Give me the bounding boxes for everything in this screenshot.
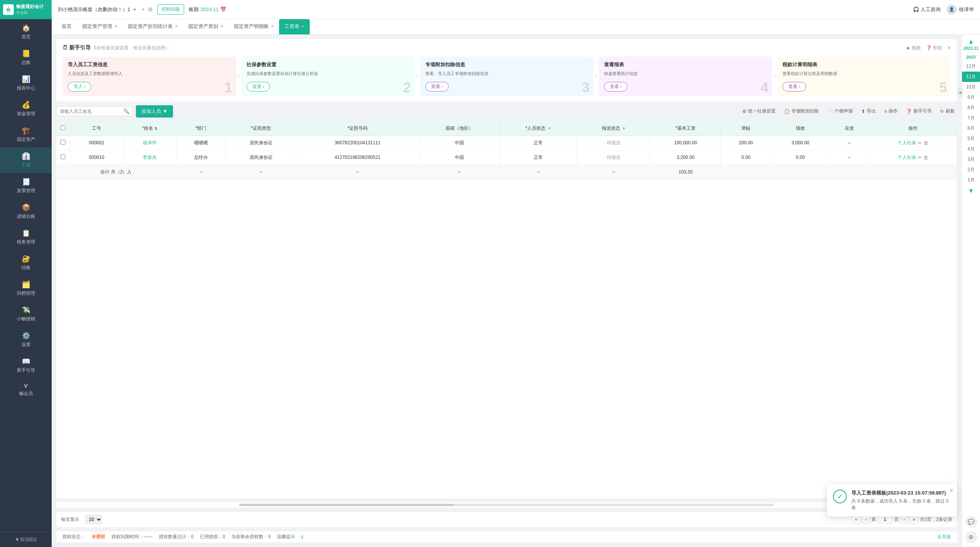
side-settings-icon[interactable]: ⚙ (965, 531, 977, 543)
first-page-button[interactable]: « (852, 515, 861, 524)
calendar-month-6[interactable]: 6月 (962, 123, 980, 134)
th-status[interactable]: *人员状态 ▼ (500, 121, 577, 136)
horizontal-scrollbar[interactable] (56, 502, 957, 508)
th-performance: 绩效 (771, 121, 830, 136)
refresh-button[interactable]: ↻ 刷新 (938, 106, 957, 116)
sidebar-item-inventory[interactable]: 📦 进销台账 (0, 199, 52, 224)
deductions-button[interactable]: 📋 专项附加扣除 (782, 106, 821, 116)
calendar-month-9[interactable]: 9月 (962, 92, 980, 103)
sidebar-item-invoicing[interactable]: 🧾 发票管理 (0, 173, 52, 199)
prev-page-button[interactable]: ‹ (862, 515, 870, 524)
notification-desc: 共 9 条数据，成功导入 9 条，失败 0 条，跳过 0 条 (851, 498, 951, 511)
step-2-title: 社保参数设置 (247, 61, 410, 68)
tab-close-icon[interactable]: × (175, 24, 178, 29)
sidebar-item-expense[interactable]: 💸 小畅报销 (0, 301, 52, 327)
step-3-button[interactable]: 查看 › (425, 82, 449, 91)
select-all-checkbox[interactable] (60, 125, 65, 130)
account-settings-icon[interactable]: ⚙ (148, 6, 153, 13)
tab-close-icon[interactable]: × (302, 24, 304, 29)
guide-close-button[interactable]: × (947, 44, 951, 51)
sidebar-item-guide[interactable]: 📖 新手引导 (0, 353, 52, 378)
tab-fixed-assets-depreciation[interactable]: 固定资产折旧统计表 × (122, 19, 183, 34)
row-checkbox[interactable] (60, 140, 65, 145)
tab-home[interactable]: 首页 (56, 19, 77, 34)
calendar-month-8[interactable]: 8月 (962, 103, 980, 113)
panel-toggle-button[interactable]: ◀ (957, 88, 963, 97)
search-input[interactable] (60, 109, 121, 114)
tab-close-icon[interactable]: × (114, 24, 117, 29)
search-input-wrap[interactable]: 🔍 (56, 106, 133, 116)
th-send-status[interactable]: 报送状态 ▼ (577, 121, 650, 136)
th-name[interactable]: *姓名 ⇅ (123, 121, 176, 136)
next-page-button[interactable]: › (900, 515, 908, 524)
calendar-month-7[interactable]: 7月 (962, 113, 980, 123)
delete-icon[interactable]: 🗑 (923, 140, 928, 146)
page-number-input[interactable] (877, 515, 893, 524)
sidebar-item-tax[interactable]: 📋 税务管理 (0, 224, 52, 250)
sidebar-item-ledger[interactable]: 📒 总账 (0, 45, 52, 70)
row-ops-social-security[interactable]: 个人社保 (898, 154, 916, 161)
step-1-button[interactable]: 导入 › (68, 82, 91, 91)
sidebar-item-archive[interactable]: 🗂️ 归档管理 (0, 276, 52, 301)
sidebar-item-funds[interactable]: 💰 资金管理 (0, 96, 52, 122)
td-id-number: 360782200104131111 (296, 136, 419, 150)
tab-fixed-assets-category[interactable]: 固定资产类别 × (183, 19, 229, 34)
step-4-button[interactable]: 查看 › (604, 82, 627, 91)
td-base-salary: 3,200.00 (650, 150, 721, 165)
delete-icon[interactable]: 🗑 (923, 155, 928, 160)
notification-close-button[interactable]: × (950, 487, 953, 494)
guide-step-1: 导入员工工资信息 人员信息及工资数据新增导入 导入 › 1 (62, 57, 236, 96)
cancel-pin-button[interactable]: ◀ 取消固定 (3, 537, 49, 542)
export-button[interactable]: ⬆ 导出 (859, 106, 878, 116)
operations-button[interactable]: ≡ 操作 (882, 106, 900, 116)
calendar-month-2[interactable]: 2月 (962, 165, 980, 175)
tab-payroll-table[interactable]: 工资表 × (279, 19, 310, 34)
calendar-month-1[interactable]: 1月 (962, 175, 980, 185)
td-name: 徐泽华 (123, 136, 176, 150)
tab-fixed-assets-detail[interactable]: 固定资产明细账 × (229, 19, 279, 34)
calendar-month-3[interactable]: 3月 (962, 154, 980, 165)
auth-total-label: 授权数量总计：0 (159, 534, 194, 540)
social-security-button[interactable]: ⚙ 统一社保设置 (740, 106, 778, 116)
sidebar-item-reports[interactable]: 📊 报表中心 (0, 70, 52, 96)
side-feedback-icon[interactable]: 💬 (965, 516, 977, 528)
row-ops-social-security[interactable]: 个人社保 (898, 140, 916, 146)
user-info[interactable]: 👤 徐泽华 (947, 5, 974, 15)
calendar-month-5[interactable]: 5月 (962, 134, 980, 144)
per-page-select[interactable]: 10 (85, 515, 102, 524)
edit-icon[interactable]: ✏ (918, 140, 922, 146)
sidebar-item-fixed-assets[interactable]: 🏗️ 固定资产 (0, 122, 52, 147)
calendar-month-4[interactable]: 4月 (962, 144, 980, 154)
sidebar-item-closing[interactable]: 🔐 结账 (0, 250, 52, 276)
step-5-button[interactable]: 查看 › (782, 82, 806, 91)
calendar-icon[interactable]: 📅 (220, 7, 226, 12)
calendar-month-11[interactable]: 11月 (962, 72, 980, 82)
sidebar-item-member[interactable]: V 畅会员 (0, 378, 52, 402)
upgrade-link[interactable]: 去充值 (937, 534, 951, 540)
new-guide-button[interactable]: ❓ 新手引导 (904, 106, 934, 116)
video-link[interactable]: ▶ 视频 (907, 45, 921, 51)
row-checkbox[interactable] (60, 154, 65, 159)
calendar-next-button[interactable]: ▼ (962, 187, 980, 195)
step-2-button[interactable]: 设置 › (247, 82, 270, 91)
account-selector[interactable]: 刘小艳演示账套（勿删勿动！）1 ▼ (58, 6, 137, 13)
calendar-month-12[interactable]: 12月 (962, 61, 980, 72)
tab-close-icon[interactable]: × (220, 24, 223, 29)
sidebar-item-payroll[interactable]: 👔 工资 (0, 147, 52, 173)
edit-icon[interactable]: ✏ (918, 155, 922, 160)
sidebar-item-home[interactable]: 🏠 首页 (0, 19, 52, 45)
employee-name-link[interactable]: 徐泽华 (143, 140, 157, 145)
tab-close-icon[interactable]: × (271, 24, 274, 29)
tax-report-button[interactable]: 📄 个税申报 (825, 106, 855, 116)
calendar-prev-button[interactable]: ▲ (962, 38, 980, 46)
employee-name-link[interactable]: 李俊杰 (143, 155, 157, 160)
last-page-button[interactable]: » (910, 515, 918, 524)
old-version-button[interactable]: 切到旧版 (157, 4, 184, 15)
help-link[interactable]: ❓ 帮助 (926, 45, 942, 51)
support-button[interactable]: 🎧 人工咨询 (913, 6, 941, 13)
calendar-month-10[interactable]: 10月 (962, 82, 980, 92)
tab-fixed-assets-mgmt[interactable]: 固定资产管理 × (77, 19, 122, 34)
add-account-icon[interactable]: + (141, 6, 145, 13)
sidebar-item-settings[interactable]: ⚙️ 设置 (0, 327, 52, 353)
add-employee-button[interactable]: 添加人员 ▼ (136, 105, 173, 118)
